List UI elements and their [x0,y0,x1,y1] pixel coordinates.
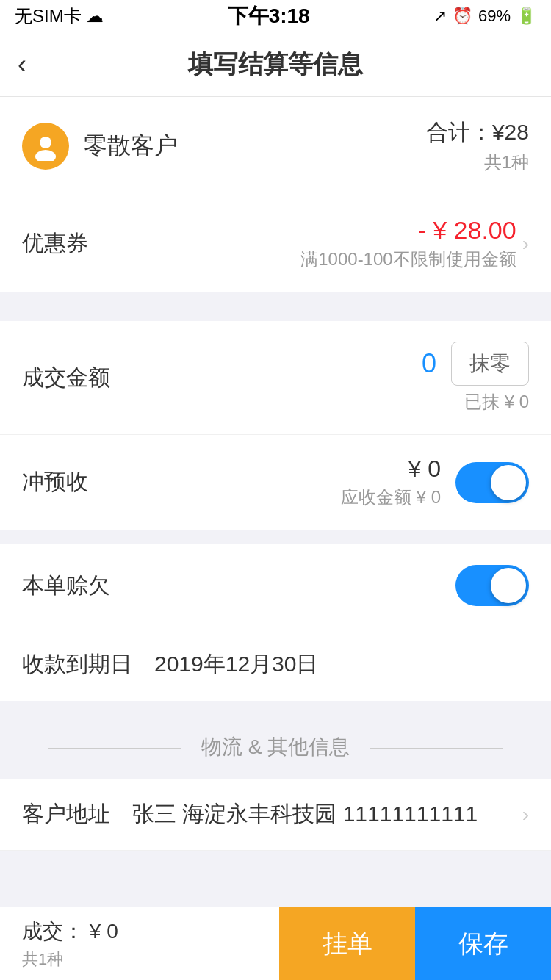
content: 零散客户 合计：¥28 共1种 优惠券 - ¥ 28.00 满1000-100不… [0,97,551,954]
bottom-bar: 成交： ¥ 0 共1种 挂单 保存 [0,907,551,980]
total-count: 共1种 [426,151,529,174]
logistics-title: 物流 & 其他信息 [201,733,350,761]
logistics-header: 物流 & 其他信息 [0,716,551,779]
customer-right: 合计：¥28 共1种 [426,118,529,174]
deal-amount-row: 成交金额 0 抹零 已抹 ¥ 0 [0,321,551,435]
round-zero-button[interactable]: 抹零 [451,342,529,386]
coupon-discount: - ¥ 28.00 [300,216,516,245]
deal-amount-label: 成交金额 [22,363,125,393]
logistics-separator [0,701,551,716]
customer-section: 零散客户 合计：¥28 共1种 优惠券 - ¥ 28.00 满1000-100不… [0,97,551,292]
status-left: 无SIM卡 ☁ [15,4,104,28]
coupon-chevron-icon: › [522,232,529,256]
bottom-count: 共1种 [22,948,257,970]
save-button[interactable]: 保存 [415,907,551,981]
battery-level: 69% [478,7,511,26]
bottom-deal-label: 成交： [22,920,84,943]
nav-bar: ‹ 填写结算等信息 [0,32,551,97]
address-label: 客户地址 [22,799,110,829]
status-time: 下午3:18 [228,2,310,30]
address-section: 客户地址 张三 海淀永丰科技园 11111111111 › [0,779,551,851]
location-icon: ↗ [433,7,447,26]
debt-toggle-thumb [491,568,526,603]
deal-amount-right: 0 抹零 已抹 ¥ 0 [392,342,529,414]
bottom-deal-row: 成交： ¥ 0 [22,918,257,945]
customer-row: 零散客户 合计：¥28 共1种 [0,97,551,195]
debt-label: 本单赊欠 [22,571,110,601]
address-row[interactable]: 客户地址 张三 海淀永丰科技园 11111111111 › [0,779,551,851]
customer-left: 零散客户 [22,123,178,170]
battery-icon: 🔋 [516,7,536,26]
due-date-row: 收款到期日 2019年12月30日 [0,627,551,701]
separator-1 [0,306,551,321]
prepay-amount: ¥ 0 [341,455,441,483]
prepay-info: ¥ 0 应收金额 ¥ 0 [341,455,441,509]
prepay-sub: 应收金额 ¥ 0 [341,486,441,509]
deal-amount-sub: 已抹 ¥ 0 [464,390,529,414]
separator-2 [0,530,551,544]
svg-point-0 [40,137,51,148]
coupon-label: 优惠券 [22,228,88,259]
bottom-deal-amount: ¥ 0 [90,920,118,943]
hold-button[interactable]: 挂单 [279,907,415,981]
form-section-1: 成交金额 0 抹零 已抹 ¥ 0 冲预收 ¥ 0 应收金额 ¥ 0 [0,321,551,530]
svg-point-1 [35,150,56,161]
bottom-info: 成交： ¥ 0 共1种 [0,918,279,970]
prepay-toggle[interactable] [455,462,529,503]
deal-amount-top: 0 抹零 [392,342,529,386]
page-title: 填写结算等信息 [188,48,363,82]
due-date-label: 收款到期日 [22,649,132,680]
prepay-label: 冲预收 [22,467,125,497]
customer-name: 零散客户 [84,130,178,162]
toggle-thumb [491,465,526,500]
coupon-row[interactable]: 优惠券 - ¥ 28.00 满1000-100不限制使用金额 › [0,195,551,292]
total-amount: 合计：¥28 [426,118,529,148]
form-section-2: 本单赊欠 收款到期日 2019年12月30日 [0,544,551,701]
address-chevron-icon: › [522,803,529,826]
sim-status: 无SIM卡 ☁ [15,4,104,28]
alarm-icon: ⏰ [453,7,472,26]
back-button[interactable]: ‹ [18,49,26,80]
prepay-right: ¥ 0 应收金额 ¥ 0 [341,455,529,509]
deal-amount-value[interactable]: 0 [392,348,436,379]
debt-row: 本单赊欠 [0,544,551,627]
due-date-value[interactable]: 2019年12月30日 [154,649,318,680]
status-bar: 无SIM卡 ☁ 下午3:18 ↗ ⏰ 69% 🔋 [0,0,551,32]
prepay-row: 冲预收 ¥ 0 应收金额 ¥ 0 [0,435,551,530]
status-right: ↗ ⏰ 69% 🔋 [433,7,536,26]
coupon-desc: 满1000-100不限制使用金额 [300,248,516,271]
coupon-right: - ¥ 28.00 满1000-100不限制使用金额 [300,216,516,271]
address-value: 张三 海淀永丰科技园 11111111111 [132,799,515,829]
avatar [22,123,69,170]
debt-toggle[interactable] [455,565,529,606]
